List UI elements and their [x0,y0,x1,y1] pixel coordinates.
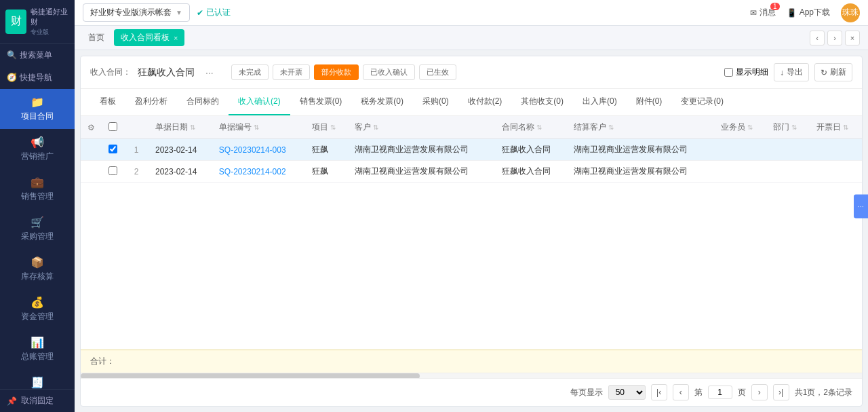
sort-project-icon[interactable]: ⇅ [330,124,336,131]
contract-more-button[interactable]: ··· [201,66,218,79]
user-avatar[interactable]: 珠珠 [841,3,860,22]
sidebar-label-fund: 资金管理 [21,311,54,322]
row-settle-customer: 湖南卫视商业运营发展有限公司 [567,139,714,161]
horizontal-scrollbar[interactable] [81,373,862,378]
sidebar-item-inventory[interactable]: 📦 库存核算 [0,249,75,289]
sidebar-item-search[interactable]: 🔍 搜索菜单 [0,44,75,67]
tab-profit[interactable]: 盈利分析 [125,89,177,115]
verified-badge: ✔ 已认证 [197,7,231,18]
export-label: 导出 [787,67,803,78]
tab-next-button[interactable]: › [827,31,842,45]
edge-action-button[interactable]: ⋮ [854,194,868,218]
sidebar-label-marketing: 营销推广 [21,151,54,162]
show-detail-checkbox[interactable]: 显示明细 [724,67,768,78]
th-num [124,116,149,139]
th-customer: 客户 ⇅ [348,116,495,139]
app-logo-icon: 财 [5,10,26,34]
marketing-icon: 📢 [31,136,44,149]
avatar-text: 珠珠 [842,7,859,18]
row-checkbox[interactable] [102,139,124,161]
sort-customer-icon[interactable]: ⇅ [373,124,378,131]
tab-close-icon[interactable]: × [174,34,178,42]
row-project: 狂飙 [305,139,348,161]
tab-sales-invoice[interactable]: 销售发票(0) [290,89,352,115]
status-revenue-confirmed[interactable]: 已收入确认 [363,64,415,80]
th-department: 部门 ⇅ [766,116,809,139]
sort-date-icon[interactable]: ⇅ [190,124,195,131]
refresh-icon: ↻ [821,68,827,77]
th-project: 项目 ⇅ [305,116,348,139]
data-table-wrap[interactable]: ⚙ 单据日期 ⇅ [81,116,862,350]
page-number-input[interactable] [708,386,732,399]
status-incomplete[interactable]: 未完成 [231,64,269,80]
pin-label: 取消固定 [21,395,54,407]
sidebar-item-project[interactable]: 📁 项目合同 [0,89,75,129]
search-icon: 🔍 [7,50,17,60]
sort-orderno-icon[interactable]: ⇅ [254,124,259,131]
tab-other-income[interactable]: 其他收支(0) [511,89,573,115]
row-order-no[interactable]: SQ-20230214-002 [212,161,305,183]
sidebar-pin-toggle[interactable]: 📌 取消固定 [0,389,75,412]
company-selector[interactable]: 好业财专业版演示帐套 ▼ [83,3,190,22]
app-download-button[interactable]: 📱 App下载 [787,7,830,18]
avatar: 珠珠 [841,3,860,22]
page-last-button[interactable]: ›| [773,384,789,400]
tab-attachment[interactable]: 附件(0) [627,89,672,115]
page-prev-button[interactable]: ‹ [673,384,689,400]
status-partial-receipt[interactable]: 部分收款 [314,64,359,80]
sort-salesperson-icon[interactable]: ⇅ [747,124,753,131]
table-row[interactable]: 1 2023-02-14 SQ-20230214-003 狂飙 湖南卫视商业运营… [81,139,862,161]
export-icon: ↓ [780,68,784,77]
tab-revenue-confirm[interactable]: 收入确认(2) [229,89,290,115]
sidebar-item-sales[interactable]: 💼 销售管理 [0,169,75,209]
message-button[interactable]: ✉ 1 消息 [750,7,776,18]
table-footer: 合计： [81,350,862,373]
tab-board[interactable]: 看板 [90,89,125,115]
row-salesperson [714,161,766,183]
th-settings: ⚙ [81,116,102,139]
tab-tax-invoice[interactable]: 税务发票(0) [351,89,413,115]
refresh-button[interactable]: ↻ 刷新 [814,63,852,81]
sort-opendate-icon[interactable]: ⇅ [843,124,848,131]
sort-dept-icon[interactable]: ⇅ [791,124,797,131]
tab-warehouse[interactable]: 出入库(0) [573,89,627,115]
sidebar-item-nav[interactable]: 🧭 快捷导航 [0,67,75,89]
contract-header: 收入合同： 狂飙收入合同 ··· 未完成 未开票 部分收款 已收入确认 已生效 … [81,56,862,89]
tab-prev-button[interactable]: ‹ [810,31,825,45]
sort-contractname-icon[interactable]: ⇅ [536,124,542,131]
page-first-button[interactable]: |‹ [651,384,667,400]
per-page-select[interactable]: 50 100 200 [608,385,646,400]
settings-icon[interactable]: ⚙ [87,123,95,132]
sidebar-item-invoice[interactable]: 🧾 发票管理 [0,369,75,389]
contract-prefix: 收入合同： [90,67,131,78]
sidebar-item-marketing[interactable]: 📢 营销推广 [0,129,75,169]
show-detail-input[interactable] [724,68,733,77]
sidebar-item-ledger[interactable]: 📊 总账管理 [0,329,75,369]
tab-change-log[interactable]: 变更记录(0) [671,89,733,115]
tab-close-button[interactable]: × [845,31,860,45]
tab-payment[interactable]: 收付款(2) [458,89,512,115]
tab-contract-target[interactable]: 合同标的 [177,89,229,115]
tab-contract-board[interactable]: 收入合同看板 × [114,29,184,46]
status-uninvoiced[interactable]: 未开票 [273,64,310,80]
tab-active-label: 收入合同看板 [121,32,170,43]
sidebar-item-purchase[interactable]: 🛒 采购管理 [0,209,75,249]
sidebar-label-sales: 销售管理 [21,191,54,202]
tab-purchase[interactable]: 采购(0) [413,89,458,115]
row-order-no[interactable]: SQ-20230214-003 [212,139,305,161]
sidebar-item-fund[interactable]: 💰 资金管理 [0,289,75,329]
header-right-actions: 显示明细 ↓ 导出 ↻ 刷新 [724,63,852,81]
chevron-down-icon: ▼ [176,9,182,16]
page-next-button[interactable]: › [751,384,768,400]
status-effective[interactable]: 已生效 [419,64,456,80]
contract-title: 狂飙收入合同 [138,67,195,79]
tab-home[interactable]: 首页 [83,29,110,46]
sort-settle-icon[interactable]: ⇅ [608,124,614,131]
th-contract-name: 合同名称 ⇅ [495,116,567,139]
row-checkbox[interactable] [102,161,124,183]
table-row[interactable]: 2 2023-02-14 SQ-20230214-002 狂飙 湖南卫视商业运营… [81,161,862,183]
tab-nav-controls: ‹ › × [810,31,860,45]
row-customer: 湖南卫视商业运营发展有限公司 [348,139,495,161]
export-button[interactable]: ↓ 导出 [774,63,809,81]
select-all-checkbox[interactable] [108,122,117,131]
